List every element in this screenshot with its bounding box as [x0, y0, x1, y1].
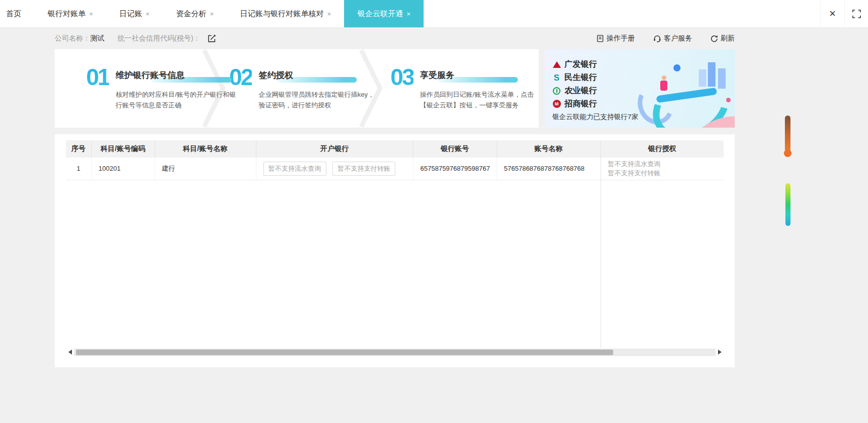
tab-bank-statement[interactable]: 银行对账单 × — [34, 0, 106, 27]
tab-close-icon[interactable]: × — [406, 10, 410, 18]
customer-service-button[interactable]: 客户服务 — [653, 34, 692, 43]
pay-transfer-unsupported-button[interactable]: 暂不支持支付转账 — [332, 162, 395, 176]
cell-account-name: 建行 — [155, 158, 256, 180]
company-name-value: 测试 — [90, 34, 104, 43]
auth-flow-status: 暂不支持流水查询 — [608, 160, 661, 168]
window-controls: × — [820, 0, 868, 27]
bank-item-merchants: M 招商银行 — [552, 97, 597, 110]
col-account-title: 账号名称 — [497, 140, 600, 158]
auth-pay-status: 暂不支持支付转账 — [608, 169, 661, 177]
tab-label: 日记账与银行对账单核对 — [240, 9, 324, 19]
merchants-bank-icon: M — [552, 100, 561, 108]
col-opening-bank: 开户银行 — [256, 140, 413, 158]
fullscreen-icon — [852, 10, 861, 18]
illustration-dot — [673, 64, 681, 71]
scroll-left-button[interactable] — [66, 348, 74, 356]
banks-list: 广发银行 S 民生银行 农业银行 M 招商银行 — [552, 58, 597, 110]
accounts-table-card: 序号 科目/账号编码 科目/账号名称 开户银行 银行账号 账号名称 银行授权 1… — [55, 134, 735, 367]
scrollbar-thumb[interactable] — [76, 350, 613, 355]
cell-bank-account: 6575875976879598767 — [413, 158, 497, 180]
step-1-number: 01 — [86, 66, 109, 128]
cell-bank-auth: 暂不支持流水查询 暂不支持支付转账 — [600, 158, 724, 180]
step-1-description: 核对维护的对应科目/账号的开户银行和银行账号等信息是否正确 — [116, 89, 236, 111]
refresh-label: 刷新 — [721, 34, 735, 43]
step-1: 01 维护银行账号信息 核对维护的对应科目/账号的开户银行和银行账号等信息是否正… — [55, 49, 216, 128]
tab-close-icon[interactable]: × — [89, 10, 93, 18]
steps-card: 01 维护银行账号信息 核对维护的对应科目/账号的开户银行和银行账号等信息是否正… — [55, 49, 539, 128]
tab-label: 银行对账单 — [48, 9, 86, 19]
col-index: 序号 — [66, 140, 91, 158]
header-actions: 操作手册 客户服务 刷新 — [578, 34, 735, 43]
step-3-title: 享受服务 — [420, 69, 455, 81]
bank-name: 招商银行 — [564, 99, 597, 109]
tab-home[interactable]: 首页 — [0, 0, 34, 27]
bank-item-agricultural: 农业银行 — [552, 84, 597, 97]
step-1-title: 维护银行账号信息 — [116, 69, 184, 81]
supported-banks-panel: 广发银行 S 民生银行 农业银行 M 招商银行 银企云联能力已支持银行7家 — [545, 49, 735, 128]
close-window-button[interactable]: × — [820, 0, 844, 27]
side-widget-colorbar — [785, 183, 790, 226]
horizontal-scrollbar[interactable] — [66, 348, 724, 356]
banks-support-count: 银企云联能力已支持银行7家 — [552, 112, 638, 122]
customer-service-label: 客户服务 — [664, 34, 692, 43]
fixed-column-divider — [600, 140, 601, 348]
illustration-person-head — [662, 75, 666, 80]
tab-label: 资金分析 — [176, 9, 206, 19]
bank-name: 广发银行 — [564, 59, 597, 70]
scrollbar-track[interactable] — [74, 349, 715, 356]
manual-label: 操作手册 — [607, 34, 635, 43]
tab-journal[interactable]: 日记账 × — [106, 0, 163, 27]
edit-company-button[interactable] — [207, 34, 216, 43]
cell-account-title: 5765786876878768768768 — [497, 158, 600, 180]
guangfa-bank-icon — [552, 61, 561, 68]
bank-item-minsheng: S 民生银行 — [552, 71, 597, 84]
step-3-description: 操作员回到日记账/账号流水菜单，点击【银企云联】按钮，一键享受服务 — [420, 89, 539, 111]
close-icon: × — [829, 7, 836, 20]
flow-query-unsupported-button[interactable]: 暂不支持流水查询 — [263, 162, 326, 176]
page-header: 公司名称： 测试 统一社会信用代码(税号)： 操作手册 — [55, 28, 735, 49]
agricultural-bank-icon — [552, 87, 561, 95]
step-2: 02 签约授权 企业网银管理员跳转去指定银行插key，验证密码，进行签约授权 — [216, 49, 377, 128]
tab-fund-analysis[interactable]: 资金分析 × — [163, 0, 227, 27]
cell-opening-bank: 暂不支持流水查询 暂不支持支付转账 — [256, 158, 413, 180]
tab-close-icon[interactable]: × — [327, 10, 331, 18]
right-arrow-icon — [718, 350, 722, 355]
col-account-name: 科目/账号名称 — [155, 140, 256, 158]
step-2-title: 签约授权 — [258, 69, 293, 81]
left-arrow-icon — [68, 350, 72, 355]
edit-icon — [207, 34, 216, 43]
company-info: 公司名称： 测试 统一社会信用代码(税号)： — [55, 34, 216, 43]
refresh-icon — [710, 35, 718, 43]
accounts-table: 序号 科目/账号编码 科目/账号名称 开户银行 银行账号 账号名称 银行授权 1… — [66, 140, 724, 180]
step-3-number: 03 — [391, 66, 413, 128]
top-section: 01 维护银行账号信息 核对维护的对应科目/账号的开户银行和银行账号等信息是否正… — [55, 49, 735, 128]
tab-label: 首页 — [6, 9, 21, 19]
tab-bank-cloud-link[interactable]: 银企云联开通 × — [344, 0, 424, 27]
step-2-description: 企业网银管理员跳转去指定银行插key，验证密码，进行签约授权 — [258, 89, 379, 111]
table-row: 1 100201 建行 暂不支持流水查询 暂不支持支付转账 6575875976… — [66, 158, 724, 180]
side-widget-thermometer — [785, 116, 790, 152]
company-name-label: 公司名称： — [55, 34, 90, 43]
tab-bar: 首页 银行对账单 × 日记账 × 资金分析 × 日记账与银行对账单核对 × 银企… — [0, 0, 868, 28]
bank-item-guangfa: 广发银行 — [552, 58, 597, 71]
scroll-right-button[interactable] — [715, 348, 724, 356]
cell-index: 1 — [66, 158, 91, 180]
tab-journal-bank-reconcile[interactable]: 日记账与银行对账单核对 × — [227, 0, 345, 27]
col-bank-auth: 银行授权 — [600, 140, 724, 158]
col-bank-account: 银行账号 — [413, 140, 497, 158]
fullscreen-button[interactable] — [844, 0, 868, 27]
tab-close-icon[interactable]: × — [146, 10, 150, 18]
manual-button[interactable]: 操作手册 — [596, 34, 635, 43]
tax-code-label: 统一社会信用代码(税号)： — [118, 34, 200, 43]
tab-label: 日记账 — [120, 9, 142, 19]
minsheng-bank-icon: S — [552, 73, 561, 82]
cell-account-code: 100201 — [91, 158, 155, 180]
refresh-button[interactable]: 刷新 — [710, 34, 735, 43]
document-icon — [596, 34, 604, 43]
tab-close-icon[interactable]: × — [210, 10, 214, 18]
col-account-code: 科目/账号编码 — [91, 140, 155, 158]
tab-label: 银企云联开通 — [357, 9, 403, 19]
table-header-row: 序号 科目/账号编码 科目/账号名称 开户银行 银行账号 账号名称 银行授权 — [66, 140, 724, 158]
headset-icon — [653, 34, 661, 43]
bank-name: 农业银行 — [564, 86, 597, 96]
